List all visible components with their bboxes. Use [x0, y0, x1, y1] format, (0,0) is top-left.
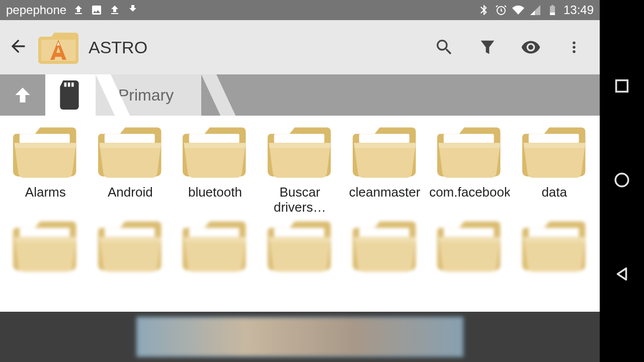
- folder-item[interactable]: Alarms: [5, 125, 86, 215]
- breadcrumb: Primary: [0, 74, 600, 116]
- folder-item[interactable]: bluetooth: [175, 125, 256, 215]
- search-button[interactable]: [427, 30, 462, 65]
- svg-rect-10: [274, 134, 325, 143]
- folder-item[interactable]: [344, 219, 425, 280]
- ad-content[interactable]: [136, 317, 463, 357]
- folder-item[interactable]: cleanmaster: [344, 125, 425, 215]
- svg-rect-20: [528, 228, 579, 237]
- svg-rect-14: [20, 228, 70, 237]
- svg-rect-6: [71, 82, 74, 86]
- filter-button[interactable]: [470, 30, 505, 65]
- folder-grid[interactable]: Alarms Android bluetooth Buscar drivers……: [0, 116, 600, 312]
- breadcrumb-sd-root[interactable]: [45, 74, 96, 116]
- folder-item[interactable]: Buscar drivers…: [260, 125, 341, 215]
- folder-icon: [267, 219, 333, 275]
- upload-icon: [72, 4, 85, 16]
- svg-point-3: [573, 50, 576, 53]
- view-button[interactable]: [513, 30, 548, 65]
- folder-label: Buscar drivers…: [260, 185, 340, 215]
- back-button[interactable]: [8, 36, 28, 58]
- svg-rect-19: [444, 228, 494, 237]
- svg-rect-16: [189, 228, 239, 237]
- folder-icon: [352, 219, 418, 275]
- svg-point-2: [573, 46, 576, 49]
- folder-icon: [352, 125, 418, 180]
- clock-label: 13:49: [564, 3, 594, 17]
- folder-icon: [267, 125, 333, 180]
- svg-rect-7: [20, 134, 70, 143]
- folder-icon: [98, 125, 163, 180]
- folder-icon: [98, 219, 163, 275]
- system-nav-bar: [600, 0, 644, 362]
- folder-label: com.facebook.or…: [429, 185, 510, 200]
- folder-item[interactable]: [260, 219, 341, 280]
- ad-banner[interactable]: [0, 312, 600, 362]
- folder-icon: [182, 125, 248, 180]
- folder-item[interactable]: [429, 219, 510, 280]
- image-icon: [91, 4, 103, 16]
- svg-rect-12: [444, 134, 494, 143]
- battery-icon: [546, 4, 558, 16]
- svg-rect-18: [359, 228, 409, 237]
- folder-item[interactable]: Android: [90, 125, 171, 215]
- folder-item[interactable]: [90, 219, 171, 280]
- nav-back-button[interactable]: [613, 265, 630, 285]
- folder-item[interactable]: [175, 219, 256, 280]
- wifi-icon: [512, 4, 524, 16]
- astro-logo-icon: [36, 28, 80, 67]
- folder-item[interactable]: [5, 219, 86, 280]
- upload-icon-2: [109, 4, 121, 16]
- bluetooth-icon: [478, 4, 490, 16]
- folder-label: Alarms: [5, 185, 86, 200]
- folder-icon: [437, 219, 502, 275]
- folder-icon: [437, 125, 502, 180]
- folder-icon: [522, 125, 587, 180]
- svg-point-22: [615, 173, 628, 187]
- folder-label: data: [514, 185, 595, 200]
- folder-item[interactable]: [514, 219, 595, 280]
- folder-item[interactable]: data: [514, 125, 595, 215]
- svg-rect-11: [359, 134, 409, 143]
- folder-icon: [182, 219, 248, 275]
- app-bar: ASTRO: [0, 20, 600, 74]
- folder-label: bluetooth: [175, 185, 255, 200]
- svg-rect-8: [105, 134, 155, 143]
- status-bar: pepephone 13:49: [0, 0, 600, 20]
- signal-icon: [529, 4, 541, 16]
- nav-up-button[interactable]: [0, 74, 45, 116]
- download-icon: [127, 4, 139, 16]
- svg-rect-17: [274, 228, 325, 237]
- folder-item[interactable]: com.facebook.or…: [429, 125, 510, 215]
- overflow-menu-button[interactable]: [556, 30, 592, 65]
- svg-rect-21: [616, 80, 628, 92]
- app-title: ASTRO: [89, 38, 419, 57]
- svg-point-1: [573, 42, 576, 45]
- folder-icon: [13, 219, 78, 275]
- folder-label: cleanmaster: [345, 185, 425, 200]
- carrier-label: pepephone: [6, 3, 66, 17]
- nav-recent-button[interactable]: [613, 77, 630, 97]
- svg-rect-4: [64, 82, 67, 86]
- folder-icon: [13, 125, 78, 180]
- nav-home-button[interactable]: [613, 171, 630, 191]
- alarm-icon: [495, 4, 507, 16]
- folder-icon: [522, 219, 587, 275]
- svg-rect-15: [105, 228, 155, 237]
- svg-rect-5: [68, 82, 70, 86]
- svg-rect-13: [528, 134, 579, 143]
- folder-label: Android: [90, 185, 171, 200]
- svg-rect-9: [189, 134, 239, 143]
